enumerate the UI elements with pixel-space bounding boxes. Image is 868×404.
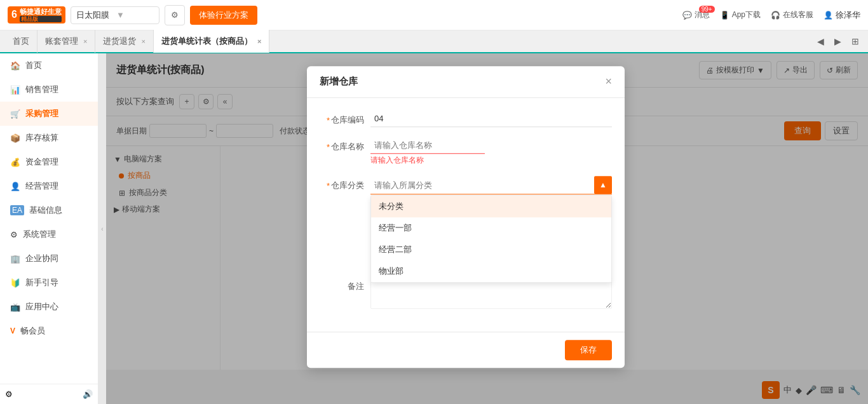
- dropdown-input-row: ▲: [370, 176, 612, 194]
- sidebar-sales-label: 销售管理: [25, 84, 58, 95]
- user-icon: 👤: [824, 11, 833, 20]
- save-button[interactable]: 保存: [565, 340, 612, 360]
- category-input[interactable]: [370, 177, 594, 193]
- sidebar-home-label: 首页: [25, 60, 42, 71]
- name-error-msg: 请输入仓库名称: [370, 155, 485, 166]
- user-profile[interactable]: 👤 徐泽华: [824, 10, 860, 21]
- sidebar-basic-info-label: 基础信息: [29, 205, 62, 216]
- sidebar-finance-label: 资金管理: [25, 156, 58, 168]
- dropdown-option-ops2[interactable]: 经营二部: [371, 239, 611, 260]
- inventory-icon: 📦: [10, 133, 20, 143]
- tab-purchase-return[interactable]: 进货退货 ×: [95, 30, 153, 53]
- tab-prev-button[interactable]: ◀: [813, 35, 828, 48]
- sidebar-inventory-label: 库存核算: [25, 132, 58, 144]
- logo-area: 6 畅捷通好生意 精品版: [8, 6, 65, 24]
- tab-purchase-stats-close[interactable]: ×: [257, 37, 261, 45]
- home-icon: 🏠: [10, 61, 20, 71]
- sidebar-operations-label: 经营管理: [25, 180, 58, 192]
- tab-home-label: 首页: [13, 36, 29, 47]
- sidebar-item-finance[interactable]: 💰 资金管理: [0, 150, 98, 174]
- settings-button[interactable]: ⚙: [165, 5, 185, 25]
- top-header: 6 畅捷通好生意 精品版 日太阳膜 ▼ ⚙ 体验行业方案 💬 消息 99+ 📱 …: [0, 0, 868, 30]
- headset-icon: 🎧: [771, 11, 780, 20]
- tab-purchase-return-close[interactable]: ×: [141, 37, 145, 45]
- category-label: * 仓库分类: [320, 176, 364, 191]
- tab-purchase-stats[interactable]: 进货单统计表（按商品） ×: [154, 30, 269, 53]
- modal-header: 新增仓库 ×: [307, 66, 625, 98]
- trial-button[interactable]: 体验行业方案: [190, 6, 257, 25]
- operations-icon: 👤: [10, 182, 20, 191]
- sidebar-item-purchase[interactable]: 🛒 采购管理: [0, 102, 98, 126]
- dropdown-arrow-button[interactable]: ▲: [594, 176, 612, 194]
- modal-title: 新增仓库: [320, 76, 358, 88]
- messages-button[interactable]: 💬 消息 99+: [682, 10, 710, 20]
- logo-text: 畅捷通好生意 精品版: [20, 8, 62, 23]
- required-icon-code: *: [327, 116, 330, 125]
- sidebar-item-inventory[interactable]: 📦 库存核算: [0, 126, 98, 150]
- warehouse-code-input[interactable]: [370, 111, 612, 127]
- sidebar-item-home[interactable]: 🏠 首页: [0, 53, 98, 77]
- warehouse-name-input[interactable]: [370, 137, 485, 154]
- form-row-code: * 仓库编码: [320, 111, 612, 127]
- required-icon-name: *: [327, 142, 330, 152]
- dropdown-option-ops1[interactable]: 经营一部: [371, 217, 611, 239]
- tab-controls: ◀ ▶ ⊞: [813, 35, 863, 48]
- tab-next-button[interactable]: ▶: [831, 35, 845, 48]
- tab-home[interactable]: 首页: [5, 30, 37, 53]
- sidebar-item-enterprise[interactable]: 🏢 企业协同: [0, 246, 98, 271]
- logo-name: 畅捷通好生意: [20, 8, 62, 16]
- sidebar-item-system[interactable]: ⚙ 系统管理: [0, 222, 98, 246]
- tab-account[interactable]: 账套管理 ×: [37, 30, 95, 53]
- note-label: 备注: [320, 277, 364, 292]
- sidebar-guide-label: 新手引导: [25, 277, 58, 288]
- purchase-icon: 🛒: [10, 109, 20, 119]
- header-right: 💬 消息 99+ 📱 App下载 🎧 在线客服 👤 徐泽华: [682, 10, 860, 21]
- tab-account-label: 账套管理: [45, 36, 78, 47]
- required-icon-category: *: [327, 181, 330, 191]
- customer-service-label: 在线客服: [783, 10, 813, 20]
- sidebar-item-sales[interactable]: 📊 销售管理: [0, 77, 98, 102]
- system-icon: ⚙: [10, 230, 18, 239]
- modal-close-button[interactable]: ×: [605, 75, 612, 88]
- sales-icon: 📊: [10, 85, 20, 95]
- sidebar-vip-label: 畅会员: [20, 325, 45, 337]
- store-selector[interactable]: 日太阳膜 ▼: [71, 6, 159, 24]
- sidebar-item-basic-info[interactable]: EA 基础信息: [0, 198, 98, 222]
- customer-service-button[interactable]: 🎧 在线客服: [771, 10, 813, 20]
- chevron-down-icon: ▼: [116, 10, 154, 20]
- category-dropdown-list: 未分类 经营一部 经营二部 物业部: [370, 195, 612, 283]
- sidebar-item-guide[interactable]: 🔰 新手引导: [0, 271, 98, 295]
- sidebar-collapse-button[interactable]: ‹: [98, 53, 106, 404]
- logo-icon: 6: [11, 9, 17, 20]
- finance-icon: 💰: [10, 158, 20, 167]
- phone-icon: 📱: [720, 11, 729, 20]
- logo-badge: 精品版: [20, 16, 62, 23]
- sidebar-purchase-label: 采购管理: [25, 108, 58, 119]
- store-name: 日太阳膜: [76, 10, 114, 21]
- sidebar-item-app-center[interactable]: 📺 应用中心: [0, 295, 98, 319]
- basic-info-icon: EA: [10, 205, 24, 215]
- sidebar-item-operations[interactable]: 👤 经营管理: [0, 174, 98, 198]
- sidebar-settings-icon[interactable]: ⚙: [5, 389, 13, 399]
- tab-purchase-stats-label: 进货单统计表（按商品）: [161, 36, 252, 47]
- sidebar-item-vip[interactable]: V 畅会员: [0, 319, 98, 343]
- vip-icon: V: [10, 327, 15, 335]
- sidebar-bottom: ⚙ 🔊: [0, 384, 98, 404]
- tab-bar: 首页 账套管理 × 进货退货 × 进货单统计表（按商品） × ◀ ▶ ⊞: [0, 30, 868, 53]
- message-badge: 99+: [699, 6, 715, 13]
- tab-expand-button[interactable]: ⊞: [848, 35, 863, 48]
- tab-account-close[interactable]: ×: [83, 37, 87, 45]
- form-row-name: * 仓库名称 请输入仓库名称: [320, 137, 612, 166]
- modal-footer: 保存: [307, 332, 625, 368]
- app-download-button[interactable]: 📱 App下载: [720, 10, 761, 20]
- sidebar-enterprise-label: 企业协同: [25, 253, 58, 264]
- sidebar-app-center-label: 应用中心: [25, 301, 58, 313]
- app-center-icon: 📺: [10, 302, 20, 312]
- dropdown-option-property[interactable]: 物业部: [371, 260, 611, 282]
- category-dropdown[interactable]: ▲ 未分类 经营一部 经营二部 物业部: [370, 176, 612, 194]
- app-download-label: App下载: [732, 10, 761, 20]
- form-row-category: * 仓库分类 ▲ 未分类 经营一部 经营二部 物业部: [320, 176, 612, 194]
- sidebar-system-label: 系统管理: [23, 229, 56, 240]
- sidebar-volume-icon[interactable]: 🔊: [83, 389, 93, 399]
- dropdown-option-unclassified[interactable]: 未分类: [371, 196, 611, 217]
